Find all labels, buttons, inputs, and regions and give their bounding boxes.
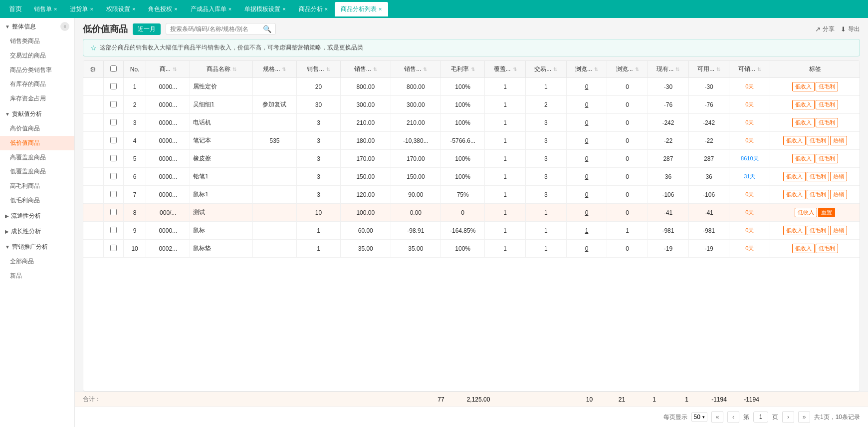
row-browse1[interactable]: 0 (566, 132, 607, 150)
sidebar-item-category-rate[interactable]: 商品分类销售率 (0, 63, 74, 77)
close-icon-5[interactable]: × (282, 6, 285, 12)
nav-tab-7[interactable]: 商品分析列表 × (335, 2, 388, 16)
th-sales-qty[interactable]: 销售...⇅ (296, 61, 340, 78)
sidebar-item-stock-capital[interactable]: 库存资金占用 (0, 91, 74, 106)
nav-tab-5[interactable]: 单据模板设置 × (238, 2, 291, 16)
nav-tab-3[interactable]: 角色授权 × (142, 2, 183, 16)
browse-link[interactable]: 0 (585, 209, 589, 216)
th-sales-price[interactable]: 销售...⇅ (341, 61, 391, 78)
row-browse1[interactable]: 0 (566, 96, 607, 114)
close-icon-6[interactable]: × (325, 6, 328, 12)
row-checkbox[interactable] (110, 227, 117, 233)
row-check-cell[interactable] (103, 168, 123, 186)
row-checkbox[interactable] (110, 101, 117, 107)
nav-tab-2[interactable]: 权限设置 × (100, 2, 141, 16)
row-checkbox[interactable] (110, 245, 117, 251)
table-container[interactable]: ⚙ No. 商...⇅ 商品名称⇅ 规格...⇅ (83, 60, 860, 392)
sidebar-item-low-margin[interactable]: 低毛利商品 (0, 193, 74, 208)
search-input[interactable] (170, 25, 260, 32)
th-browse2[interactable]: 浏览...⇅ (607, 61, 648, 78)
sidebar-item-low-value[interactable]: 低价值商品 (0, 136, 74, 150)
browse-link[interactable]: 0 (585, 173, 589, 180)
search-icon[interactable]: 🔍 (263, 25, 271, 33)
row-check-cell[interactable] (103, 96, 123, 114)
browse-link[interactable]: 0 (585, 137, 589, 144)
sidebar-item-low-cover[interactable]: 低覆盖度商品 (0, 164, 74, 179)
row-check-cell[interactable] (103, 186, 123, 204)
nav-tab-4[interactable]: 产成品入库单 × (185, 2, 237, 16)
th-name[interactable]: 商品名称⇅ (190, 61, 253, 78)
browse-link[interactable]: 0 (585, 191, 589, 198)
row-checkbox[interactable] (110, 83, 117, 89)
sidebar-item-new-goods[interactable]: 新品 (0, 269, 74, 283)
th-code[interactable]: 商...⇅ (146, 61, 190, 78)
row-browse1[interactable]: 0 (566, 114, 607, 132)
th-spec[interactable]: 规格...⇅ (252, 61, 296, 78)
browse-link[interactable]: 0 (585, 155, 589, 162)
browse-link[interactable]: 0 (585, 119, 589, 126)
prev-page-btn[interactable]: ‹ (727, 411, 739, 423)
row-browse1[interactable]: 1 (566, 222, 607, 240)
row-check-cell[interactable] (103, 204, 123, 222)
sidebar-item-high-margin[interactable]: 高毛利商品 (0, 179, 74, 193)
sidebar-group-marketing[interactable]: ▼ 营销推广分析 (0, 239, 74, 254)
sidebar-group-overall[interactable]: ▼ 整体信息 « (0, 18, 74, 34)
first-page-btn[interactable]: « (711, 411, 723, 423)
select-all-checkbox[interactable] (110, 65, 117, 72)
gear-icon[interactable]: ⚙ (90, 65, 96, 73)
th-check[interactable] (103, 61, 123, 78)
th-stock1[interactable]: 现有...⇅ (648, 61, 689, 78)
nav-tab-6[interactable]: 商品分析 × (293, 2, 334, 16)
th-margin[interactable]: 毛利率⇅ (441, 61, 485, 78)
row-checkbox[interactable] (110, 191, 117, 197)
row-checkbox[interactable] (110, 119, 117, 125)
th-stock2[interactable]: 可用...⇅ (688, 61, 729, 78)
page-number-input[interactable] (753, 412, 768, 423)
th-sales-amount[interactable]: 销售...⇅ (391, 61, 441, 78)
sidebar-item-all-goods[interactable]: 全部商品 (0, 254, 74, 269)
sidebar-group-circulation[interactable]: ▶ 流通性分析 (0, 208, 74, 223)
row-checkbox[interactable] (110, 137, 117, 143)
row-check-cell[interactable] (103, 240, 123, 258)
row-check-cell[interactable] (103, 78, 123, 96)
browse-link[interactable]: 0 (585, 101, 589, 108)
browse-link[interactable]: 0 (585, 245, 589, 252)
nav-tab-0[interactable]: 销售单 × (28, 2, 63, 16)
sidebar-item-high-cover[interactable]: 高覆盖度商品 (0, 150, 74, 165)
nav-home[interactable]: 首页 (4, 1, 27, 16)
sidebar-collapse-btn[interactable]: « (60, 22, 69, 31)
row-browse1[interactable]: 0 (566, 240, 607, 258)
row-check-cell[interactable] (103, 222, 123, 240)
sidebar-item-stocked-goods[interactable]: 有库存的商品 (0, 77, 74, 91)
row-browse1[interactable]: 0 (566, 150, 607, 168)
row-browse1[interactable]: 0 (566, 78, 607, 96)
sidebar-item-high-value[interactable]: 高价值商品 (0, 121, 74, 136)
time-filter-btn[interactable]: 近一月 (133, 23, 161, 35)
th-stock3[interactable]: 可销...⇅ (729, 61, 770, 78)
row-browse1[interactable]: 0 (566, 168, 607, 186)
share-btn[interactable]: ↗ 分享 (815, 25, 835, 33)
next-page-btn[interactable]: › (782, 411, 794, 423)
row-browse1[interactable]: 0 (566, 204, 607, 222)
close-icon-1[interactable]: × (90, 6, 93, 12)
per-page-select[interactable]: 50 ▾ (691, 412, 707, 422)
close-icon-3[interactable]: × (174, 6, 177, 12)
row-checkbox[interactable] (110, 155, 117, 161)
close-icon-4[interactable]: × (228, 6, 231, 12)
row-checkbox[interactable] (110, 209, 117, 215)
row-check-cell[interactable] (103, 150, 123, 168)
row-browse1[interactable]: 0 (566, 186, 607, 204)
browse-link[interactable]: 0 (585, 83, 589, 90)
row-check-cell[interactable] (103, 132, 123, 150)
th-trade[interactable]: 交易...⇅ (525, 61, 566, 78)
sidebar-group-contrib[interactable]: ▼ 贡献值分析 (0, 106, 74, 121)
row-check-cell[interactable] (103, 114, 123, 132)
close-icon-0[interactable]: × (54, 6, 57, 12)
th-cover[interactable]: 覆盖...⇅ (485, 61, 526, 78)
browse-link[interactable]: 1 (585, 227, 589, 234)
sidebar-group-growth[interactable]: ▶ 成长性分析 (0, 223, 74, 239)
th-browse1[interactable]: 浏览...⇅ (566, 61, 607, 78)
nav-tab-1[interactable]: 进货单 × (64, 2, 99, 16)
sidebar-item-sales-goods[interactable]: 销售类商品 (0, 34, 74, 48)
row-checkbox[interactable] (110, 173, 117, 179)
